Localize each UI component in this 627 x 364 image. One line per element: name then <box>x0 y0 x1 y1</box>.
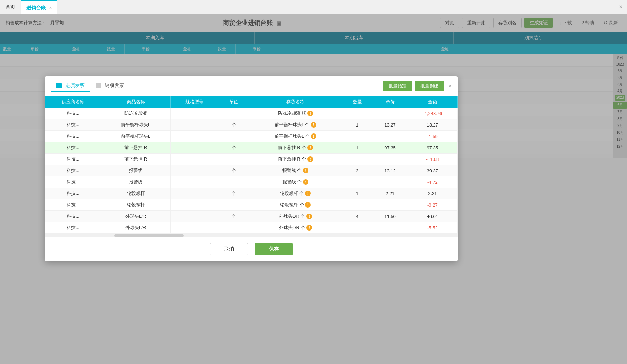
modal-footer: 取消 保存 <box>45 237 458 261</box>
window-close-icon[interactable]: × <box>619 3 623 10</box>
save-button[interactable]: 保存 <box>255 243 293 255</box>
table-row[interactable]: 科技...前下悬挂 R前下悬挂 R 个 !-11.68 <box>45 154 458 165</box>
table-cell: 科技... <box>45 188 101 199</box>
warning-icon: ! <box>305 202 311 208</box>
table-row[interactable]: 科技...前平衡杆球头L前平衡杆球头L 个 !-1.59 <box>45 131 458 142</box>
table-cell: 科技... <box>45 154 101 165</box>
table-cell: 1 <box>342 188 373 199</box>
table-cell: 1 <box>342 142 373 154</box>
table-cell <box>342 131 373 142</box>
table-cell <box>373 222 408 234</box>
table-cell <box>373 176 408 188</box>
table-cell: 前下悬挂 R <box>101 154 171 165</box>
table-cell: 2.21 <box>408 188 457 199</box>
horizontal-scrollbar[interactable] <box>45 234 458 237</box>
table-cell: 个 <box>218 165 249 176</box>
table-cell: 13.12 <box>373 165 408 176</box>
table-cell <box>171 108 218 119</box>
table-cell: 4 <box>342 211 373 222</box>
modal-close-button[interactable]: × <box>448 83 452 89</box>
table-cell: 科技... <box>45 199 101 211</box>
table-cell <box>218 199 249 211</box>
table-cell <box>171 165 218 176</box>
table-cell: 外球头L/R 个 ! <box>249 222 342 234</box>
table-row[interactable]: 科技...前平衡杆球头L个前平衡杆球头L 个 !113.2713.27 <box>45 119 458 131</box>
warning-icon: ! <box>307 156 313 162</box>
main-area: 销售成本计算方法： 月平均 商贸企业进销台账 ▣ 对账 重新开账 存货别名 生成… <box>0 14 627 364</box>
tab-bar: 首页 进销台账 × × <box>0 0 627 14</box>
modal-table-body: 科技...防冻冷却液防冻冷却液 瓶 !-1,243.76科技...前平衡杆球头L… <box>45 108 458 234</box>
table-cell <box>171 176 218 188</box>
tab-invoice-out[interactable]: 销项发票 <box>90 80 130 92</box>
table-cell <box>342 222 373 234</box>
table-cell: -1,243.76 <box>408 108 457 119</box>
table-cell: 报警线 个 ! <box>249 165 342 176</box>
table-cell: 外球头L/R <box>101 222 171 234</box>
table-row[interactable]: 科技...外球头L/R个外球头L/R 个 !411.5046.01 <box>45 211 458 222</box>
table-cell: 前平衡杆球头L <box>101 119 171 131</box>
th-supplier: 供应商名称 <box>45 96 101 108</box>
table-row[interactable]: 科技...轮毂螺杆个轮毂螺杆 个 !12.212.21 <box>45 188 458 199</box>
table-row[interactable]: 科技...外球头L/R外球头L/R 个 !-5.52 <box>45 222 458 234</box>
table-cell <box>171 188 218 199</box>
table-cell <box>171 154 218 165</box>
table-cell <box>171 142 218 154</box>
modal-header: 进项发票 销项发票 批量指定 批量创建 × <box>45 76 458 96</box>
table-row[interactable]: 科技...前下悬挂 R个前下悬挂 R 个 !197.3597.35 <box>45 142 458 154</box>
warning-icon: ! <box>306 225 312 231</box>
table-cell: 个 <box>218 188 249 199</box>
table-cell: 97.35 <box>408 142 457 154</box>
table-cell <box>171 131 218 142</box>
table-cell: 前平衡杆球头L <box>101 131 171 142</box>
table-cell: 13.27 <box>408 119 457 131</box>
tab-home[interactable]: 首页 <box>0 0 21 14</box>
table-cell <box>373 131 408 142</box>
batch-assign-button[interactable]: 批量指定 <box>383 81 412 91</box>
cancel-button[interactable]: 取消 <box>210 243 248 255</box>
table-cell <box>171 211 218 222</box>
th-inventory: 存货名称 <box>249 96 342 108</box>
warning-icon: ! <box>305 191 311 196</box>
th-unitprice: 单价 <box>373 96 408 108</box>
table-cell: 轮毂螺杆 个 ! <box>249 188 342 199</box>
table-cell: 前平衡杆球头L 个 ! <box>249 131 342 142</box>
tab-invoice-in[interactable]: 进项发票 <box>51 80 90 92</box>
table-row[interactable]: 科技...轮毂螺杆轮毂螺杆 个 !-0.27 <box>45 199 458 211</box>
table-cell: 外球头L/R 个 ! <box>249 211 342 222</box>
warning-icon: ! <box>311 133 316 139</box>
table-cell <box>171 222 218 234</box>
table-row[interactable]: 科技...报警线报警线 个 !-4.72 <box>45 176 458 188</box>
warning-icon: ! <box>307 145 313 150</box>
tab-active[interactable]: 进销台账 × <box>21 0 57 14</box>
table-cell: 科技... <box>45 211 101 222</box>
table-cell: 轮毂螺杆 <box>101 188 171 199</box>
table-cell: -0.27 <box>408 199 457 211</box>
table-cell <box>342 176 373 188</box>
table-cell <box>373 199 408 211</box>
table-cell: 46.01 <box>408 211 457 222</box>
warning-icon: ! <box>311 122 316 128</box>
table-cell <box>218 108 249 119</box>
tab-close-icon[interactable]: × <box>49 6 52 10</box>
table-cell: 3 <box>342 165 373 176</box>
table-cell: 39.37 <box>408 165 457 176</box>
th-amount: 金额 <box>408 96 457 108</box>
table-cell <box>218 176 249 188</box>
table-cell: 轮毂螺杆 <box>101 199 171 211</box>
table-cell: 前平衡杆球头L 个 ! <box>249 119 342 131</box>
table-cell: -4.72 <box>408 176 457 188</box>
table-cell: -11.68 <box>408 154 457 165</box>
warning-icon: ! <box>303 179 308 185</box>
table-cell: 科技... <box>45 176 101 188</box>
scroll-thumb[interactable] <box>114 234 184 237</box>
table-cell <box>373 154 408 165</box>
table-cell <box>373 108 408 119</box>
th-quantity: 数量 <box>342 96 373 108</box>
table-cell: 科技... <box>45 131 101 142</box>
table-row[interactable]: 科技...报警线个报警线 个 !313.1239.37 <box>45 165 458 176</box>
table-cell <box>342 108 373 119</box>
table-cell: 13.27 <box>373 119 408 131</box>
table-row[interactable]: 科技...防冻冷却液防冻冷却液 瓶 !-1,243.76 <box>45 108 458 119</box>
batch-create-button[interactable]: 批量创建 <box>415 81 444 91</box>
table-cell: 前下悬挂 R 个 ! <box>249 142 342 154</box>
